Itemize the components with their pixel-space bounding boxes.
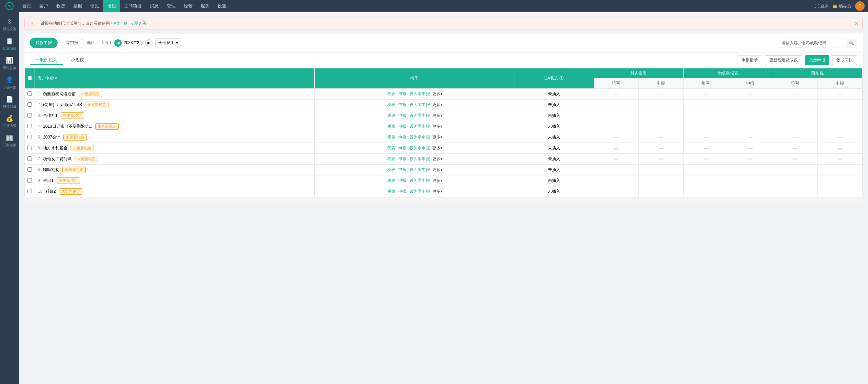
op-zero-declare[interactable]: 设为零申报 xyxy=(410,189,430,194)
op-tax-table[interactable]: 税表 xyxy=(387,91,395,96)
nav-operation[interactable]: 经营 xyxy=(180,0,197,12)
nav-management[interactable]: 管理 xyxy=(163,0,180,12)
op-more[interactable]: 更多▾ xyxy=(432,167,442,172)
op-tax-table[interactable]: 税表 xyxy=(387,189,395,194)
row-checkbox-input[interactable] xyxy=(27,178,32,183)
op-more[interactable]: 更多▾ xyxy=(432,113,442,118)
banner-link-buy[interactable]: 立即购买 xyxy=(130,21,146,26)
row-checkbox-input[interactable] xyxy=(27,156,32,161)
row-checkbox-input[interactable] xyxy=(27,146,32,150)
op-tax-table[interactable]: 税表 xyxy=(387,124,395,129)
op-zero-declare[interactable]: 设为零申报 xyxy=(410,102,430,107)
op-zero-declare[interactable]: 设为零申报 xyxy=(410,113,430,118)
op-zero-declare[interactable]: 设为零申报 xyxy=(410,91,430,96)
op-tax-table[interactable]: 税表 xyxy=(387,146,395,150)
search-input[interactable] xyxy=(778,39,846,47)
nav-invoice[interactable]: 票据 xyxy=(69,0,86,12)
row-checkbox-input[interactable] xyxy=(27,102,32,107)
nav-messages[interactable]: 消息 xyxy=(146,0,163,12)
op-more[interactable]: 更多▾ xyxy=(432,91,442,96)
row-checkbox[interactable] xyxy=(25,110,35,121)
tab-zero-declaration[interactable]: 零申报 xyxy=(60,38,84,48)
row-checkbox-input[interactable] xyxy=(27,113,32,118)
op-declare[interactable]: 申报 xyxy=(398,156,407,161)
op-zero-declare[interactable]: 设为零申报 xyxy=(410,146,430,150)
row-checkbox[interactable] xyxy=(25,143,35,154)
avatar[interactable]: C xyxy=(855,1,865,11)
info-icon[interactable]: ℹ xyxy=(110,41,112,45)
select-all-checkbox[interactable] xyxy=(27,76,32,80)
row-checkbox-input[interactable] xyxy=(27,124,32,128)
nav-client[interactable]: 客户 xyxy=(35,0,52,12)
tab-small-scale[interactable]: 小规模 xyxy=(65,56,90,65)
sidebar-item-batch-tax[interactable]: 📋 批量报税 xyxy=(0,34,19,54)
next-month-button[interactable]: ▶ xyxy=(145,39,153,47)
staff-selector[interactable]: 全部员工 ▾ xyxy=(155,38,181,47)
op-more[interactable]: 更多▾ xyxy=(432,102,442,107)
op-zero-declare[interactable]: 设为零申报 xyxy=(410,156,430,161)
op-declare[interactable]: 申报 xyxy=(398,113,407,118)
banner-link-report[interactable]: 申报汇签 xyxy=(111,21,127,26)
op-tax-table[interactable]: 税表 xyxy=(387,135,395,140)
op-tax-table[interactable]: 税表 xyxy=(387,113,395,118)
row-checkbox[interactable] xyxy=(25,89,35,100)
search-button[interactable]: 🔍 xyxy=(846,39,857,47)
sidebar-item-annual-settle[interactable]: 💰 汇算清缴 xyxy=(0,112,19,131)
sidebar-item-tax-records[interactable]: 📄 报税记录 xyxy=(0,92,19,112)
op-more[interactable]: 更多▾ xyxy=(432,189,442,194)
update-tax-button[interactable]: 更新税定及取数 xyxy=(765,55,802,65)
op-more[interactable]: 更多▾ xyxy=(432,135,442,140)
nav-settings[interactable]: 设置 xyxy=(214,0,231,12)
nav-service[interactable]: 服务 xyxy=(197,0,214,12)
tab-general-taxpayer[interactable]: 一般的税人 xyxy=(30,56,63,65)
row-checkbox[interactable] xyxy=(25,132,35,143)
sidebar-item-tax-settings[interactable]: ⚙ 报税设置 xyxy=(0,15,19,34)
row-checkbox[interactable] xyxy=(25,175,35,186)
member-btn[interactable]: 👑 畅会员 xyxy=(832,3,851,9)
row-checkbox-input[interactable] xyxy=(27,189,32,193)
op-tax-table[interactable]: 税表 xyxy=(387,102,395,107)
row-checkbox-input[interactable] xyxy=(27,91,32,96)
op-declare[interactable]: 申报 xyxy=(398,189,407,194)
op-more[interactable]: 更多▾ xyxy=(432,178,442,183)
banner-close-button[interactable]: × xyxy=(855,21,858,27)
row-checkbox[interactable] xyxy=(25,121,35,132)
fullscreen-btn[interactable]: ⛶ 全屏 xyxy=(815,3,828,9)
op-zero-declare[interactable]: 设为零申报 xyxy=(410,178,430,183)
nav-accounting[interactable]: 记账 xyxy=(86,0,103,12)
nav-fee[interactable]: 收费 xyxy=(52,0,69,12)
row-checkbox[interactable] xyxy=(25,100,35,110)
op-declare[interactable]: 申报 xyxy=(398,135,407,140)
nav-business[interactable]: 工商项目 xyxy=(120,0,146,12)
tab-tax-declaration[interactable]: 税款申报 xyxy=(30,38,58,48)
op-declare[interactable]: 申报 xyxy=(398,124,407,129)
op-declare[interactable]: 申报 xyxy=(398,146,407,150)
declaration-records-button[interactable]: 申报记录 xyxy=(737,55,762,65)
op-tax-table[interactable]: 税表 xyxy=(387,167,395,172)
batch-declaration-button[interactable]: 批量申报 xyxy=(805,55,829,65)
op-zero-declare[interactable]: 设为零申报 xyxy=(410,167,430,172)
prev-month-button[interactable]: ◀ xyxy=(114,39,122,47)
horizontal-scrollbar[interactable] xyxy=(24,199,863,201)
op-declare[interactable]: 申报 xyxy=(398,91,407,96)
row-checkbox-input[interactable] xyxy=(27,167,32,172)
op-declare[interactable]: 申报 xyxy=(398,167,407,172)
op-tax-table[interactable]: 税表 xyxy=(387,156,395,161)
op-zero-declare[interactable]: 设为零申报 xyxy=(410,135,430,140)
op-declare[interactable]: 申报 xyxy=(398,178,407,183)
nav-home[interactable]: 首页 xyxy=(18,0,35,12)
op-more[interactable]: 更多▾ xyxy=(432,146,442,150)
row-checkbox[interactable] xyxy=(25,186,35,197)
op-declare[interactable]: 申报 xyxy=(398,102,407,107)
sort-icon[interactable]: ▾ xyxy=(55,76,57,81)
op-more[interactable]: 更多▾ xyxy=(432,156,442,161)
op-zero-declare[interactable]: 设为零申报 xyxy=(410,124,430,129)
row-checkbox[interactable] xyxy=(25,165,35,175)
sidebar-item-personal-tax[interactable]: 👤 个税申报 xyxy=(0,73,19,92)
op-tax-table[interactable]: 税表 xyxy=(387,178,395,183)
nav-tax[interactable]: 报税 xyxy=(103,0,120,12)
row-checkbox[interactable] xyxy=(25,154,35,165)
row-checkbox-input[interactable] xyxy=(27,135,32,139)
sidebar-item-tax-overview[interactable]: 📊 报税总览 xyxy=(0,54,19,73)
op-more[interactable]: 更多▾ xyxy=(432,124,442,129)
